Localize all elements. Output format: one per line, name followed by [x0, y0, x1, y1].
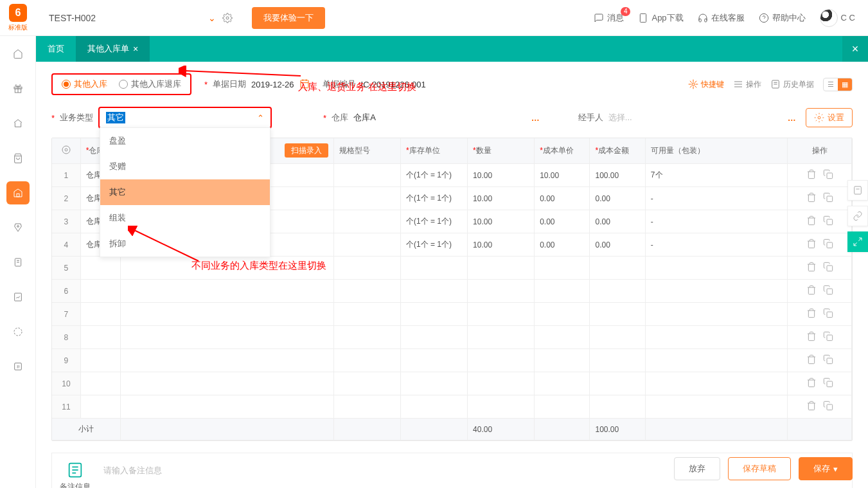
nav-warehouse-icon[interactable] [6, 181, 30, 204]
nav-bag-icon[interactable] [6, 147, 30, 170]
table-row[interactable]: 10 [52, 372, 852, 395]
copy-icon[interactable] [823, 377, 833, 390]
nav-report-icon[interactable] [6, 285, 30, 309]
app-download-button[interactable]: App下载 [638, 12, 683, 24]
svg-rect-33 [827, 242, 833, 248]
view-toggle[interactable]: ☰ ▦ [823, 78, 853, 91]
delete-icon[interactable] [806, 169, 817, 181]
copy-icon[interactable] [823, 308, 833, 320]
option-panying[interactable]: 盘盈 [100, 128, 270, 154]
nav-new-icon[interactable]: 新 [6, 355, 30, 378]
delete-icon[interactable] [806, 377, 817, 390]
settings-button[interactable]: 设置 [806, 108, 853, 127]
copy-icon[interactable] [823, 239, 833, 251]
table-row[interactable]: 5 [52, 257, 852, 280]
customer-service-button[interactable]: 在线客服 [698, 12, 745, 24]
table-row[interactable]: 8 [52, 326, 852, 349]
delete-icon[interactable] [806, 262, 817, 274]
top-right-actions: 消息 4 App下载 在线客服 帮助中心 C C [594, 9, 855, 27]
save-draft-button[interactable]: 保存草稿 [728, 457, 791, 480]
help-center-button[interactable]: 帮助中心 [759, 12, 806, 24]
table-row[interactable]: 6 [52, 280, 852, 303]
save-button[interactable]: 保存▾ [799, 457, 853, 480]
link-tool-icon[interactable] [847, 206, 868, 226]
nav-home-icon[interactable] [6, 42, 30, 66]
config-column-icon[interactable] [52, 138, 80, 164]
more-icon[interactable]: … [531, 113, 540, 123]
doc-date-field[interactable]: *单据日期 2019-12-26 [204, 78, 310, 91]
more-icon[interactable]: … [788, 113, 796, 123]
nav-house-icon[interactable] [6, 112, 30, 135]
table-row[interactable]: 7 [52, 303, 852, 326]
history-button[interactable]: 历史单据 [770, 79, 814, 90]
svg-point-29 [62, 146, 70, 154]
footer-buttons: 放弃 保存草稿 保存▾ [674, 457, 853, 480]
delete-icon[interactable] [806, 354, 817, 366]
table-row[interactable]: 11 [52, 395, 852, 419]
svg-rect-7 [17, 194, 19, 197]
user-profile[interactable]: C C [820, 9, 855, 27]
shortcut-button[interactable]: 快捷键 [688, 79, 724, 90]
delete-icon[interactable] [806, 401, 817, 413]
handler-field[interactable]: 经手人 选择... … [578, 112, 796, 123]
delete-icon[interactable] [806, 239, 817, 251]
copy-icon[interactable] [823, 354, 833, 366]
option-chaixie[interactable]: 拆卸 [100, 231, 270, 257]
doc-number-field: 单据编号 IC-20191226-001 [323, 78, 426, 90]
radio-other-return[interactable]: 其他入库退库 [119, 78, 181, 90]
nav-loading-icon[interactable] [6, 320, 30, 343]
delete-icon[interactable] [806, 331, 817, 343]
messages-button[interactable]: 消息 4 [594, 12, 624, 24]
svg-rect-16 [301, 80, 308, 87]
option-zuzhuang[interactable]: 组装 [100, 205, 270, 231]
close-all-tabs[interactable]: × [842, 36, 868, 62]
svg-rect-31 [827, 196, 833, 202]
option-qita[interactable]: 其它 [100, 179, 270, 205]
copy-icon[interactable] [823, 169, 833, 181]
right-tools [847, 180, 868, 252]
copy-icon[interactable] [823, 262, 833, 274]
warehouse-field[interactable]: *仓库 仓库A … [323, 112, 540, 123]
chevron-down-icon: ⌄ [208, 13, 216, 23]
list-view-icon[interactable]: ☰ [824, 78, 838, 91]
copy-icon[interactable] [823, 331, 833, 343]
copy-icon[interactable] [823, 401, 833, 413]
nav-gift-icon[interactable] [6, 77, 30, 100]
tab-home[interactable]: 首页 [36, 36, 76, 62]
scan-entry-button[interactable]: 扫描录入 [285, 143, 328, 158]
grid-view-icon[interactable]: ▦ [838, 78, 852, 91]
avatar-icon [820, 9, 838, 27]
nav-clipboard-icon[interactable] [6, 251, 30, 274]
svg-rect-36 [827, 312, 833, 318]
svg-point-20 [692, 83, 695, 86]
close-icon[interactable]: × [133, 44, 138, 54]
toolbar-actions: 快捷键 操作 历史单据 ☰ ▦ [688, 78, 853, 91]
delete-icon[interactable] [806, 215, 817, 228]
delete-icon[interactable] [806, 192, 817, 204]
biztype-select[interactable]: 其它 ⌃ 盘盈 受赠 其它 组装 拆卸 [98, 107, 272, 129]
table-row[interactable]: 9 [52, 349, 852, 372]
top-bar: 6 标准版 TEST-H002 ⌄ 我要体验一下 消息 4 App下载 在线客服… [0, 0, 868, 36]
operate-button[interactable]: 操作 [733, 79, 761, 90]
nav-money-icon[interactable] [6, 216, 30, 239]
biztype-label-wrap: *业务类型 [51, 112, 93, 123]
note-tool-icon[interactable] [847, 180, 868, 201]
trial-button[interactable]: 我要体验一下 [252, 7, 325, 29]
option-shouzeng[interactable]: 受赠 [100, 154, 270, 179]
svg-rect-39 [827, 381, 833, 387]
settings-icon[interactable] [222, 13, 233, 23]
radio-other-in[interactable]: 其他入库 [62, 78, 107, 90]
delete-icon[interactable] [806, 285, 817, 297]
svg-rect-1 [641, 14, 646, 22]
tab-other-inbound[interactable]: 其他入库单 × [76, 36, 150, 62]
delete-icon[interactable] [806, 308, 817, 320]
copy-icon[interactable] [823, 192, 833, 204]
copy-icon[interactable] [823, 215, 833, 228]
cancel-button[interactable]: 放弃 [674, 457, 720, 480]
copy-icon[interactable] [823, 285, 833, 297]
message-badge: 4 [621, 7, 631, 16]
expand-tool-icon[interactable] [847, 231, 868, 252]
subtotal-row: 小计 40.00 100.00 [52, 419, 852, 440]
company-dropdown[interactable]: TEST-H002 ⌄ [49, 13, 216, 23]
svg-text:新: 新 [16, 365, 19, 368]
